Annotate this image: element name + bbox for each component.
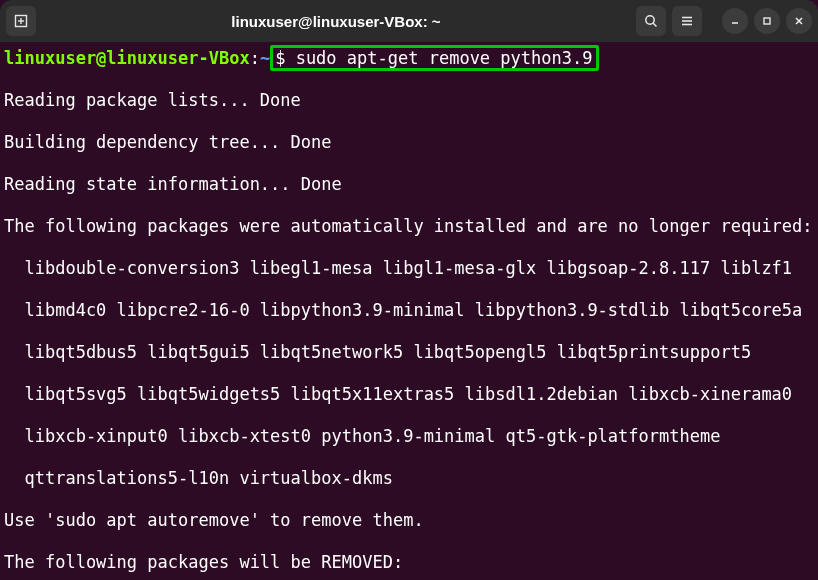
output-line: libxcb-xinput0 libxcb-xtest0 python3.9-m…: [4, 426, 814, 447]
terminal-body[interactable]: linuxuser@linuxuser-VBox:~$ sudo apt-get…: [0, 42, 818, 580]
output-line: Reading state information... Done: [4, 174, 814, 195]
output-line: libmd4c0 libpcre2-16-0 libpython3.9-mini…: [4, 300, 814, 321]
close-button[interactable]: [786, 8, 812, 34]
output-line: Use 'sudo apt autoremove' to remove them…: [4, 510, 814, 531]
prompt-symbol: $: [275, 48, 285, 68]
entered-command: sudo apt-get remove python3.9: [296, 48, 593, 68]
command-highlight: $ sudo apt-get remove python3.9: [270, 45, 599, 71]
output-line: libdouble-conversion3 libegl1-mesa libgl…: [4, 258, 814, 279]
output-line: libqt5svg5 libqt5widgets5 libqt5x11extra…: [4, 384, 814, 405]
maximize-button[interactable]: [754, 8, 780, 34]
output-line: Reading package lists... Done: [4, 90, 814, 111]
minimize-button[interactable]: [722, 8, 748, 34]
output-line: Building dependency tree... Done: [4, 132, 814, 153]
output-line: The following packages will be REMOVED:: [4, 552, 814, 573]
output-line: libqt5dbus5 libqt5gui5 libqt5network5 li…: [4, 342, 814, 363]
output-line: qttranslations5-l10n virtualbox-dkms: [4, 468, 814, 489]
output-line: The following packages were automaticall…: [4, 216, 814, 237]
prompt-user-host: linuxuser@linuxuser-VBox: [4, 48, 250, 68]
menu-button[interactable]: [672, 6, 702, 36]
svg-point-3: [646, 16, 654, 24]
prompt-path: ~: [260, 48, 270, 68]
search-button[interactable]: [636, 6, 666, 36]
window-titlebar: linuxuser@linuxuser-VBox: ~: [0, 0, 818, 42]
svg-rect-9: [764, 18, 770, 24]
svg-line-4: [653, 23, 656, 26]
window-title: linuxuser@linuxuser-VBox: ~: [36, 11, 636, 32]
new-tab-button[interactable]: [6, 6, 36, 36]
prompt-sep: :: [250, 48, 260, 68]
